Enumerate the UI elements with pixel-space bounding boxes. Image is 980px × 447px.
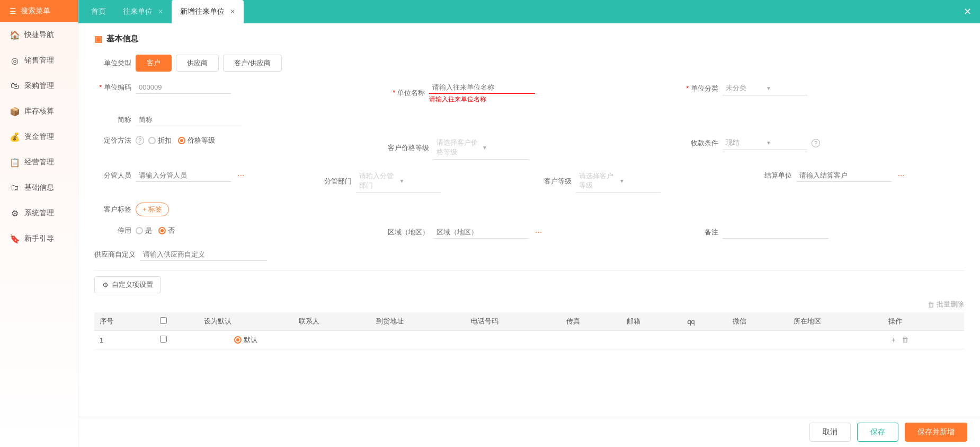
unit-type-label: 单位类型 [94, 58, 131, 68]
pricing-method-label: 定价方法 [94, 136, 131, 145]
sidebar-item-quick-nav[interactable]: 🏠 快捷导航 [0, 22, 78, 48]
cancel-button[interactable]: 取消 [809, 423, 851, 442]
default-circle [234, 336, 242, 344]
tab-partner-list-label: 往来单位 [123, 7, 153, 16]
disable-no-radio[interactable]: 否 [158, 226, 175, 235]
supplier-custom-row: 供应商自定义 [94, 248, 964, 261]
add-tag-button[interactable]: + 标签 [136, 203, 169, 216]
sidebar-item-guide[interactable]: 🔖 新手引导 [0, 226, 78, 251]
sidebar-item-label-operations: 经营管理 [24, 157, 54, 167]
pricing-row: 定价方法 ? 折扣 价格等级 客户价格等级 请选择客户价格等级 [94, 136, 964, 160]
supplier-custom-field: 供应商自定义 [94, 248, 964, 261]
remarks-field: 备注 [681, 226, 964, 239]
unit-category-select[interactable]: 未分类 ▼ [723, 81, 807, 95]
settlement-unit-label: 结算单位 [755, 171, 792, 180]
settlement-dots-btn[interactable]: ··· [896, 171, 907, 180]
disable-label: 停用 [94, 226, 131, 235]
pricing-level-radio[interactable]: 价格等级 [178, 136, 215, 145]
customer-level-select[interactable]: 请选择客户等级 ▼ [576, 169, 661, 193]
manager-input[interactable] [136, 169, 231, 182]
unit-code-field: 单位编码 [94, 81, 377, 94]
unit-type-customer-btn[interactable]: 客户 [136, 55, 172, 72]
manager-dots-btn[interactable]: ··· [235, 171, 246, 180]
unit-name-input[interactable] [429, 81, 535, 94]
footer-bar: 取消 保存 保存并新增 [78, 417, 980, 447]
tab-partner-list-close[interactable]: ✕ [158, 8, 163, 15]
default-radio[interactable]: 默认 [204, 335, 288, 345]
customer-level-placeholder: 请选择客户等级 [579, 171, 617, 190]
col-check [155, 312, 198, 331]
customer-price-level-arrow: ▼ [482, 145, 525, 151]
department-field: 分管部门 请输入分管部门 ▼ [315, 169, 524, 193]
sidebar-item-label-purchase: 采购管理 [24, 81, 54, 91]
short-name-input[interactable] [136, 113, 242, 126]
quick-nav-icon: 🏠 [10, 30, 20, 40]
tab-new-partner[interactable]: 新增往来单位 ✕ [172, 0, 244, 23]
col-phone: 电话号码 [466, 312, 560, 331]
inventory-icon: 📦 [10, 106, 20, 117]
sidebar-item-base[interactable]: 🗂 基础信息 [0, 175, 78, 200]
manager-field: 分管人员 ··· [94, 169, 304, 182]
settlement-unit-input[interactable] [796, 169, 892, 182]
sidebar-item-sales[interactable]: ◎ 销售管理 [0, 48, 78, 73]
col-action: 操作 [883, 312, 964, 331]
payment-terms-value: 现结 [726, 138, 764, 147]
unit-type-supplier-btn[interactable]: 供应商 [176, 55, 219, 72]
tab-new-partner-close[interactable]: ✕ [230, 8, 235, 15]
search-menu-button[interactable]: ☰ 搜索菜单 [0, 0, 78, 22]
sidebar-item-label-sales: 销售管理 [24, 56, 54, 65]
disable-yes-radio[interactable]: 是 [136, 226, 152, 235]
batch-delete-area: 🗑 批量删除 [94, 300, 964, 309]
purchase-icon: 🛍 [10, 81, 20, 91]
col-address: 到货地址 [371, 312, 466, 331]
payment-terms-select[interactable]: 现结 ▼ [723, 136, 807, 150]
sales-icon: ◎ [10, 55, 20, 66]
pricing-discount-circle [148, 137, 156, 144]
row-contact [293, 331, 371, 349]
main-area: 首页 往来单位 ✕ 新增往来单位 ✕ ✕ ▣ 基本信息 单位类型 客户 供应商 … [78, 0, 980, 447]
close-all-tabs-button[interactable]: ✕ [959, 6, 976, 17]
row-wechat [727, 331, 788, 349]
region-dots-btn[interactable]: ··· [533, 227, 544, 237]
batch-delete-icon: 🗑 [928, 301, 934, 309]
sidebar-item-finance[interactable]: 💰 资金管理 [0, 124, 78, 150]
unit-type-group: 客户 供应商 客户/供应商 [136, 55, 282, 72]
search-icon: ☰ [10, 7, 16, 15]
unit-type-field: 单位类型 客户 供应商 客户/供应商 [94, 55, 964, 72]
row-fax [561, 331, 621, 349]
pricing-discount-radio[interactable]: 折扣 [148, 136, 172, 145]
remarks-input[interactable] [723, 226, 828, 239]
department-label: 分管部门 [315, 177, 352, 186]
select-all-checkbox[interactable] [160, 317, 167, 324]
customer-price-level-field: 客户价格等级 请选择客户价格等级 ▼ [388, 136, 671, 160]
sidebar-item-system[interactable]: ⚙ 系统管理 [0, 200, 78, 226]
pricing-help-icon[interactable]: ? [136, 136, 144, 145]
add-row-btn[interactable]: ＋ [890, 336, 897, 344]
department-select[interactable]: 请输入分管部门 ▼ [356, 169, 441, 193]
tab-home-label: 首页 [91, 7, 106, 16]
sidebar-item-inventory[interactable]: 📦 库存核算 [0, 99, 78, 124]
row-default: 默认 [199, 331, 293, 349]
save-and-new-button[interactable]: 保存并新增 [905, 423, 967, 442]
save-button[interactable]: 保存 [857, 423, 898, 442]
payment-terms-help-icon[interactable]: ? [812, 139, 820, 147]
row-checkbox[interactable] [160, 336, 167, 343]
row-qq [682, 331, 727, 349]
table-body: 1 默认 [94, 331, 964, 349]
sidebar-item-operations[interactable]: 📋 经营管理 [0, 150, 78, 175]
delete-row-btn[interactable]: 🗑 [902, 336, 908, 344]
unit-type-both-btn[interactable]: 客户/供应商 [223, 55, 282, 72]
customer-price-level-select[interactable]: 请选择客户价格等级 ▼ [433, 136, 529, 160]
unit-code-input[interactable] [136, 81, 231, 94]
region-input[interactable] [433, 226, 529, 239]
custom-settings-button[interactable]: ⚙ 自定义项设置 [94, 276, 161, 293]
supplier-custom-input[interactable] [140, 248, 267, 261]
row-action: ＋ 🗑 [883, 331, 964, 349]
tab-new-partner-label: 新增往来单位 [180, 7, 225, 16]
tab-partner-list[interactable]: 往来单位 ✕ [114, 0, 172, 23]
sidebar-item-purchase[interactable]: 🛍 采购管理 [0, 73, 78, 99]
tab-home[interactable]: 首页 [83, 0, 114, 23]
unit-name-wrap: 请输入往来单位名称 [429, 81, 535, 104]
col-default: 设为默认 [199, 312, 293, 331]
system-icon: ⚙ [10, 208, 20, 218]
